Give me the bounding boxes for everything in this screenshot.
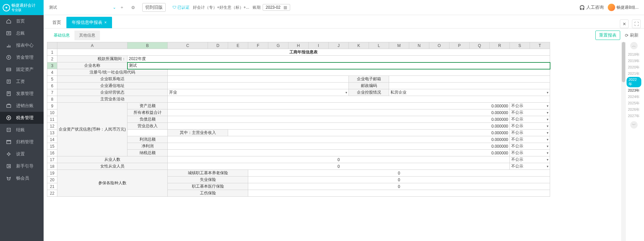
col-header[interactable]: T (530, 42, 550, 49)
col-header[interactable]: S (510, 42, 530, 49)
col-header[interactable]: B (127, 42, 168, 49)
row-header[interactable]: 8 (47, 96, 57, 103)
close-icon[interactable]: × (104, 20, 107, 25)
col-header[interactable]: D (208, 42, 228, 49)
reset-report-button[interactable]: 重置报表 (595, 31, 620, 40)
nav-invoice[interactable]: 发票管理 (0, 88, 44, 100)
nav-label: 进销台账 (16, 103, 34, 109)
business-status-cell[interactable]: 开业 (168, 89, 349, 96)
col-header[interactable]: A (57, 42, 127, 49)
col-header[interactable]: O (429, 42, 449, 49)
spreadsheet[interactable]: ABCDEFGHIJKLMNOPQRST1工商年报信息表2税款所属期间：2022… (47, 42, 624, 241)
year-2025年[interactable]: 2025年 (627, 100, 641, 106)
col-header[interactable]: C (168, 42, 208, 49)
company-name-cell[interactable]: 测试 (127, 62, 550, 69)
row-header[interactable]: 12 (47, 123, 57, 130)
row-header[interactable]: 17 (47, 156, 57, 163)
col-header[interactable]: M (389, 42, 409, 49)
year-2021年[interactable]: 2021年 (627, 70, 641, 77)
year-2027年[interactable]: 2027年 (627, 113, 641, 119)
publish-cell[interactable]: 不公示 (510, 116, 550, 123)
nav-money[interactable]: 资金管理 (0, 51, 44, 63)
col-header[interactable]: E (228, 42, 248, 49)
row-header[interactable]: 13 (47, 130, 57, 136)
nav-chart[interactable]: 报表中心 (0, 39, 44, 51)
publish-cell[interactable]: 不公示 (510, 136, 550, 143)
year-2024年[interactable]: 2024年 (627, 94, 641, 100)
publish-cell[interactable]: 不公示 (510, 109, 550, 116)
row-header[interactable]: 14 (47, 136, 57, 143)
year-2022年[interactable]: 2022年 (627, 77, 641, 87)
nav-label: 新手引导 (16, 163, 34, 169)
row-header[interactable]: 18 (47, 163, 57, 170)
nav-close[interactable]: 结账 (0, 124, 44, 136)
col-header[interactable]: K (349, 42, 369, 49)
nav-asset[interactable]: 固定资产 (0, 63, 44, 76)
col-header[interactable]: G (268, 42, 288, 49)
year-2019年[interactable]: 2019年 (627, 58, 641, 64)
fullscreen-button[interactable]: ⛶ (632, 19, 641, 28)
close-tab-button[interactable]: ✕ (620, 19, 629, 28)
row-header[interactable]: 4 (47, 69, 57, 76)
col-header[interactable] (47, 42, 57, 49)
subtab-basic[interactable]: 基础信息 (49, 31, 74, 40)
row-header[interactable]: 10 (47, 109, 57, 116)
row-header[interactable]: 16 (47, 150, 57, 156)
nav-tax[interactable]: 税务管理 (0, 112, 44, 124)
col-header[interactable]: F (248, 42, 268, 49)
year-2023年[interactable]: 2023年 (627, 87, 641, 94)
holding-cell[interactable]: 私营企业 (389, 89, 550, 96)
year-2018年[interactable]: 2018年 (627, 51, 641, 58)
vertical-scrollbar[interactable] (621, 42, 626, 241)
row-header[interactable]: 11 (47, 116, 57, 123)
tab-home[interactable]: 首页 (47, 17, 66, 28)
subtab-other[interactable]: 其他信息 (74, 31, 100, 40)
col-header[interactable]: N (409, 42, 429, 49)
publish-cell[interactable]: 不公示 (510, 103, 550, 109)
row-header[interactable]: 6 (47, 83, 57, 89)
year-down-button[interactable]: ﹀ (630, 121, 638, 129)
col-header[interactable]: Q (470, 42, 490, 49)
col-header[interactable]: R (490, 42, 510, 49)
publish-cell[interactable]: 不公示 (510, 130, 550, 136)
row-header[interactable]: 9 (47, 103, 57, 109)
col-header[interactable]: P (449, 42, 470, 49)
nav-archive[interactable]: 归档管理 (0, 136, 44, 148)
refresh-button[interactable]: ⟳ 刷新 (625, 32, 639, 38)
year-2020年[interactable]: 2020年 (627, 64, 641, 70)
row-header[interactable]: 7 (47, 89, 57, 96)
row-header[interactable]: 3 (47, 62, 57, 69)
publish-cell[interactable]: 不公示 (510, 150, 550, 156)
nav-home[interactable]: 首页 (0, 15, 44, 27)
row-header[interactable]: 2 (47, 56, 57, 62)
row-header[interactable]: 22 (47, 190, 57, 197)
user-menu[interactable]: 畅捷通B组... (608, 4, 639, 11)
publish-cell[interactable]: 不公示 (510, 143, 550, 150)
add-button[interactable]: ＋ (117, 3, 126, 12)
nav-guide[interactable]: 新手引导 (0, 160, 44, 172)
year-up-button[interactable]: ︿ (630, 42, 638, 49)
row-header[interactable]: 15 (47, 143, 57, 150)
row-header[interactable]: 19 (47, 170, 57, 177)
nav-ledger[interactable]: 总账 (0, 27, 44, 39)
nav-vip[interactable]: 畅会员 (0, 172, 44, 184)
tab-annual-report[interactable]: 年报信息申报表 × (66, 17, 112, 28)
nav-settings[interactable]: 设置 (0, 148, 44, 160)
switch-old-button[interactable]: 切到旧版 (142, 3, 166, 12)
col-header[interactable]: I (309, 42, 329, 49)
col-header[interactable]: L (369, 42, 389, 49)
row-header[interactable]: 5 (47, 76, 57, 83)
nav-salary[interactable]: 工资 (0, 76, 44, 88)
support-button[interactable]: 🎧 人工咨询 (579, 3, 604, 12)
publish-cell[interactable]: 不公示 (510, 123, 550, 130)
nav-stock[interactable]: 进销台账 (0, 100, 44, 112)
col-header[interactable]: H (288, 42, 309, 49)
year-2026年[interactable]: 2026年 (627, 106, 641, 113)
col-header[interactable]: J (329, 42, 349, 49)
period-selector[interactable]: 2023-02 ▦ (263, 4, 290, 11)
settings-icon-button[interactable]: ⚙ (129, 3, 138, 12)
row-header[interactable]: 21 (47, 183, 57, 190)
row-header[interactable]: 1 (47, 49, 57, 56)
row-header[interactable]: 20 (47, 177, 57, 183)
company-selector[interactable]: 测试 ⌄ (49, 5, 116, 10)
